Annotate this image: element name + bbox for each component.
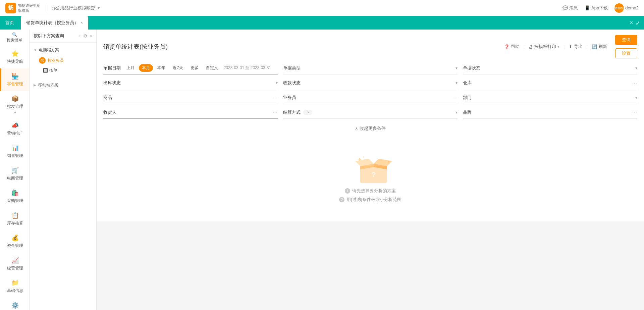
query-btn[interactable]: 查询 [615,35,637,45]
sidebar-item-purchase[interactable]: 🛍️ 采购管理 [0,185,29,208]
header-company-title: 办公用品行业模拟账套 [51,5,95,11]
collapse-btn[interactable]: ∧ 收起更多条件 [355,125,386,132]
quick-nav-icon: ⭐ [11,50,19,57]
scheme-item-by-salesperson[interactable]: 按 按业务员 [30,55,96,66]
message-icon: 💬 [562,5,568,10]
department-input[interactable] [474,95,635,100]
app-download-btn[interactable]: 📱 App下载 [585,5,608,11]
doc-type-dropdown-icon[interactable]: ▾ [455,66,458,70]
panel-collapse-btn[interactable]: « [90,33,92,39]
main-form-area: 销货单统计表(按业务员) ❓ 帮助 | 🖨 按模板打印 ▾ | [97,30,644,310]
date-filter-label: 单据日期 [103,65,121,71]
finance-icon: 💰 [11,234,19,242]
salesperson-input[interactable] [299,95,452,100]
tip-1-num: 1 [345,188,350,194]
sidebar-item-wholesale[interactable]: 📦 批发管理 ▲ [0,91,29,118]
payment-status-dropdown-icon[interactable]: ▾ [455,81,458,85]
header-dropdown-arrow[interactable]: ▾ [98,5,100,10]
brand-input[interactable] [474,110,632,115]
help-btn[interactable]: ❓ 帮助 [504,44,520,50]
consignee-input[interactable] [119,110,273,115]
doc-type-input[interactable] [303,65,455,70]
doc-status-input[interactable] [483,65,635,70]
date-btn-custom[interactable]: 自定义 [203,64,221,72]
form-container: 销货单统计表(按业务员) ❓ 帮助 | 🖨 按模板打印 ▾ | [97,30,644,221]
sidebar-item-quick-nav[interactable]: ⭐ 快捷导航 [0,46,29,68]
scheme-active-icon: 按 [39,57,46,64]
sales-icon: 📊 [11,144,19,152]
tab-bar: 首页 销货单统计表（按业务员） × × ⤢ [0,16,644,30]
print-btn[interactable]: 🖨 按模板打印 ▾ [529,44,559,50]
panel-settings-btn[interactable]: ⚙ [83,33,88,39]
empty-svg: ? [354,154,394,185]
tab-active[interactable]: 销货单统计表（按业务员） × [21,16,88,30]
title-actions: ❓ 帮助 | 🖨 按模板打印 ▾ | ⬆ 导出 [504,35,637,58]
sidebar-item-retail[interactable]: 🏪 零售管理 [0,68,29,91]
out-status-dropdown-icon[interactable]: ▾ [276,81,278,85]
message-btn[interactable]: 💬 消息 [562,5,578,11]
settlement-dropdown-icon[interactable]: ▾ [455,110,458,115]
product-more-icon[interactable]: ··· [273,95,278,100]
tab-close-btn[interactable]: × [80,21,83,25]
help-icon: ❓ [504,44,509,49]
left-panel: 按以下方案查询 + ⚙ « ▼ 电脑端方案 按 按业务员 [30,30,97,310]
sidebar-item-system[interactable]: ⚙️ 系统管理 [0,298,29,310]
page-title: 销货单统计表(按业务员) [103,43,504,51]
desktop-group-title[interactable]: ▼ 电脑端方案 [30,45,96,55]
panel-add-btn[interactable]: + [78,33,81,39]
warehouse-field: 仓库 ··· [463,79,637,89]
warehouse-input[interactable] [474,80,632,85]
date-btn-this-year[interactable]: 本年 [154,64,168,72]
payment-status-field: 收款状态 ▾ [283,79,458,89]
export-btn[interactable]: ⬆ 导出 [569,44,583,50]
print-dropdown-arrow[interactable]: ▾ [557,45,559,49]
settlement-tag-close[interactable]: × [307,110,310,115]
main-layout: 🔍 搜索菜单 ⭐ 快捷导航 🏪 零售管理 📦 批发管理 ▲ 📣 营销推广 📊 销… [0,30,644,310]
action-divider-1: | [524,44,525,49]
sidebar-item-finance[interactable]: 💰 资金管理 [0,230,29,253]
purchase-icon: 🛍️ [11,189,19,197]
sidebar-item-sales[interactable]: 📊 销售管理 [0,140,29,163]
scheme-sub-item-by-order[interactable]: 🔲 按单 [30,66,96,75]
brand-more-icon[interactable]: ··· [632,110,637,115]
sidebar-item-operation[interactable]: 📈 经营管理 [0,253,29,275]
date-btn-7days[interactable]: 近7天 [170,64,186,72]
svg-point-8 [363,156,364,158]
payment-status-input[interactable] [303,80,455,85]
tip-2-num: 2 [339,197,344,202]
salesperson-field: 业务员 ··· [283,93,458,104]
search-icon: 🔍 [12,32,17,37]
tab-home[interactable]: 首页 [0,16,19,30]
out-status-input[interactable] [123,80,276,85]
action-divider-2: | [564,44,565,49]
panel-header: 按以下方案查询 + ⚙ « [30,30,96,43]
salesperson-more-icon[interactable]: ··· [452,95,458,100]
sidebar-item-ecommerce[interactable]: 🛒 电商管理 [0,163,29,185]
user-avatar-btn[interactable]: demo2 demo2 [614,3,639,13]
sidebar-item-inventory[interactable]: 📋 库存核算 [0,208,29,230]
warehouse-more-icon[interactable]: ··· [632,80,637,86]
filter-row-4: 收货人 ··· 结算方式 × ▾ 品牌 [103,108,637,119]
tab-minimize-btn[interactable]: × [630,20,633,26]
date-btn-last-month[interactable]: 上月 [123,64,138,72]
doc-status-dropdown-icon[interactable]: ▾ [635,66,637,70]
sidebar-item-basic[interactable]: 📁 基础信息 [0,275,29,298]
tab-maximize-btn[interactable]: ⤢ [636,20,640,26]
department-dropdown-icon[interactable]: ▾ [635,95,637,100]
consignee-more-icon[interactable]: ··· [273,110,278,115]
product-field: 商品 ··· [103,93,278,104]
header-left: 畅 畅捷通好生意 标准版 办公用品行业模拟账套 ▾ [5,3,100,13]
date-btn-more[interactable]: 更多 [187,64,202,72]
refresh-icon: 🔄 [592,44,597,49]
mobile-group-title[interactable]: ▶ 移动端方案 [30,80,96,90]
date-btn-this-month[interactable]: 本月 [139,64,153,72]
product-input[interactable] [115,95,273,100]
sidebar-item-marketing[interactable]: 📣 营销推广 [0,118,29,140]
operation-icon: 📈 [11,257,19,264]
filter-row-1: 单据日期 上月 本月 本年 近7天 更多 自定义 2023-03-01 至 20… [103,64,637,74]
avatar: demo2 [614,3,624,13]
refresh-btn[interactable]: 🔄 刷新 [592,44,607,50]
settings-btn[interactable]: 设置 [615,48,637,58]
sub-item-icon: 🔲 [43,68,48,73]
sidebar-search[interactable]: 🔍 搜索菜单 [0,30,29,46]
